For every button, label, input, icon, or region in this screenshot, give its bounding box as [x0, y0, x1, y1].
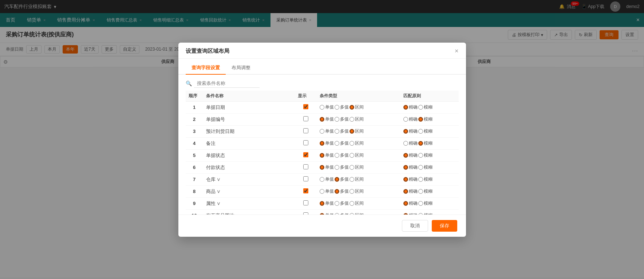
row-rule: 精确模糊 [400, 113, 459, 125]
col-name-header: 条件名称 [203, 91, 295, 102]
modal-table: 顺序 条件名称 显示 条件类型 匹配原则 1单据日期单值多值区间精确模糊2单据编… [186, 91, 459, 215]
row-display[interactable] [295, 161, 317, 173]
search-icon: 🔍 [186, 80, 192, 86]
rule-radio-精确[interactable] [403, 117, 408, 122]
display-checkbox[interactable] [303, 176, 308, 181]
rule-radio-精确[interactable] [403, 165, 408, 170]
rule-radio-精确[interactable] [403, 105, 408, 110]
save-button[interactable]: 保存 [432, 220, 457, 232]
row-type: 单值多值区间 [317, 149, 400, 161]
type-radio-单值[interactable] [320, 189, 324, 194]
type-radio-多值[interactable] [335, 177, 339, 182]
display-checkbox[interactable] [303, 200, 308, 205]
row-order: 3 [186, 125, 203, 137]
row-order: 7 [186, 173, 203, 185]
rule-radio-精确[interactable] [403, 153, 408, 158]
rule-radio-模糊[interactable] [418, 141, 423, 146]
type-radio-单值[interactable] [320, 117, 324, 122]
type-radio-区间[interactable] [349, 153, 354, 158]
display-checkbox[interactable] [303, 116, 308, 121]
row-type: 单值多值区间 [317, 113, 400, 125]
col-type-header: 条件类型 [317, 91, 400, 102]
modal-backdrop: 设置查询区域布局 × 查询字段设置 布局调整 🔍 顺序 条件名称 显示 条件类型 [0, 0, 644, 277]
row-rule: 精确模糊 [400, 125, 459, 137]
type-radio-单值[interactable] [320, 105, 324, 110]
type-radio-单值[interactable] [320, 201, 324, 206]
rule-radio-模糊[interactable] [418, 177, 423, 182]
rule-radio-精确[interactable] [403, 129, 408, 134]
type-radio-单值[interactable] [320, 165, 324, 170]
table-header: 顺序 条件名称 显示 条件类型 匹配原则 [186, 91, 459, 102]
col-display-header: 显示 [295, 91, 317, 102]
modal-close-button[interactable]: × [455, 48, 459, 54]
type-radio-多值[interactable] [335, 141, 339, 146]
row-display[interactable] [295, 125, 317, 137]
rule-radio-精确[interactable] [403, 201, 408, 206]
row-display[interactable] [295, 113, 317, 125]
display-checkbox[interactable] [303, 152, 308, 157]
type-radio-多值[interactable] [335, 189, 339, 194]
rule-radio-精确[interactable] [403, 177, 408, 182]
row-name: 预计到货日期 [203, 125, 295, 137]
type-radio-区间[interactable] [349, 177, 354, 182]
row-rule: 精确模糊 [400, 137, 459, 149]
display-checkbox[interactable] [303, 140, 308, 145]
type-radio-区间[interactable] [349, 117, 354, 122]
display-checkbox[interactable] [303, 128, 308, 133]
type-radio-多值[interactable] [335, 201, 339, 206]
rule-radio-模糊[interactable] [418, 165, 423, 170]
row-order: 9 [186, 197, 203, 209]
type-radio-多值[interactable] [335, 165, 339, 170]
type-radio-单值[interactable] [320, 141, 324, 146]
type-radio-单值[interactable] [320, 153, 324, 158]
display-checkbox[interactable] [303, 104, 308, 109]
search-input[interactable] [194, 79, 260, 88]
type-radio-多值[interactable] [335, 117, 339, 122]
row-type: 单值多值区间 [317, 161, 400, 173]
rule-radio-精确[interactable] [403, 189, 408, 194]
rule-radio-模糊[interactable] [418, 189, 423, 194]
tab-query-fields[interactable]: 查询字段设置 [186, 62, 226, 75]
type-radio-区间[interactable] [349, 189, 354, 194]
rule-radio-模糊[interactable] [418, 201, 423, 206]
type-radio-单值[interactable] [320, 129, 324, 134]
row-order: 6 [186, 161, 203, 173]
type-radio-多值[interactable] [335, 105, 339, 110]
rule-radio-模糊[interactable] [418, 117, 423, 122]
table-row: 7仓库 ∨单值多值区间精确模糊 [186, 173, 459, 185]
row-rule: 精确模糊 [400, 101, 459, 113]
rule-radio-模糊[interactable] [418, 105, 423, 110]
type-radio-单值[interactable] [320, 177, 324, 182]
row-order: 2 [186, 113, 203, 125]
type-radio-多值[interactable] [335, 129, 339, 134]
modal-header: 设置查询区域布局 × [178, 43, 466, 59]
table-row: 6付款状态单值多值区间精确模糊 [186, 161, 459, 173]
display-checkbox[interactable] [303, 188, 308, 193]
type-radio-区间[interactable] [349, 165, 354, 170]
row-display[interactable] [295, 101, 317, 113]
row-display[interactable] [295, 149, 317, 161]
row-display[interactable] [295, 137, 317, 149]
rule-radio-精确[interactable] [403, 141, 408, 146]
display-checkbox[interactable] [303, 164, 308, 169]
row-rule: 精确模糊 [400, 209, 459, 215]
row-display[interactable] [295, 197, 317, 209]
row-display[interactable] [295, 209, 317, 215]
tab-layout-adjust[interactable]: 布局调整 [226, 62, 256, 75]
type-radio-区间[interactable] [349, 141, 354, 146]
row-order: 1 [186, 101, 203, 113]
table-row: 3预计到货日期单值多值区间精确模糊 [186, 125, 459, 137]
row-display[interactable] [295, 185, 317, 197]
cancel-button[interactable]: 取消 [402, 220, 428, 232]
modal-tabs: 查询字段设置 布局调整 [178, 59, 466, 75]
rule-radio-模糊[interactable] [418, 153, 423, 158]
type-radio-区间[interactable] [349, 129, 354, 134]
modal-footer: 取消 保存 [178, 215, 466, 237]
row-display[interactable] [295, 173, 317, 185]
type-radio-多值[interactable] [335, 153, 339, 158]
type-radio-区间[interactable] [349, 105, 354, 110]
row-name: 商品 ∨ [203, 185, 295, 197]
type-radio-区间[interactable] [349, 201, 354, 206]
row-name: 属性 ∨ [203, 197, 295, 209]
rule-radio-模糊[interactable] [418, 129, 423, 134]
